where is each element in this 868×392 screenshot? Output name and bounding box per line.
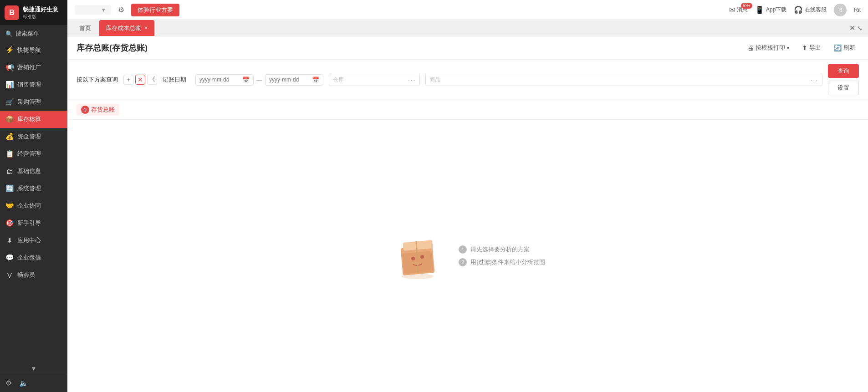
filter-bar: 按以下方案查询 ＋ ✕ 《 记账日期 📅 — 📅 仓库 [67,60,868,100]
marketing-icon: 📢 [5,63,14,71]
breadcrumb-dropdown[interactable]: ▾ [75,5,111,15]
app-center-icon: ⬇ [5,236,14,244]
enterprise-icon: 🤝 [5,202,14,210]
sidebar-item-finance[interactable]: 💰 资金管理 [0,128,67,145]
date-end-input[interactable]: 📅 [265,74,323,86]
logo-text: 畅捷通好生意 标准版 [23,6,58,20]
sidebar-item-operations[interactable]: 📋 经营管理 [0,145,67,163]
refresh-icon: 🔄 [834,44,842,51]
sub-nav-inventory-ledger[interactable]: 存 存货总账 [77,104,119,116]
header-left: ▾ ⚙ 体验行业方案 [75,4,724,16]
newbie-icon: 🎯 [5,219,14,227]
warehouse-dots-icon: ··· [408,76,416,83]
sidebar-bottom: ⚙ 🔈 [0,374,67,392]
print-icon: 🖨 [747,44,754,51]
basic-info-icon: 🗂 [5,168,14,175]
inventory-icon: 📦 [5,115,14,123]
filter-actions: ＋ ✕ 《 [123,75,157,85]
calendar-start-icon[interactable]: 📅 [242,76,250,83]
sidebar: B 畅捷通好生意 标准版 🔍 搜索菜单 ⚡ 快捷导航 📢 营销推广 📊 销售管理… [0,0,67,392]
top-header: ▾ ⚙ 体验行业方案 ✉ 消息 99+ 📱 App下载 🎧 在线客服 R [67,0,868,20]
message-icon: ✉ [729,5,735,14]
empty-state: 1 请先选择要分析的方案 2 用[过滤]条件来缩小分析范围 [67,120,868,392]
tab-close-panel-icon[interactable]: ✕ [849,24,855,32]
warehouse-select[interactable]: 仓库 ··· [329,74,420,86]
tab-inventory-cost[interactable]: 库存成本总账 ✕ [99,20,154,36]
sub-nav: 存 存货总账 [67,100,868,120]
purchase-icon: 🛒 [5,98,14,106]
settings-icon[interactable]: ⚙ [5,379,12,387]
app-download-btn[interactable]: 📱 App下载 [755,5,786,14]
tab-resize-icon[interactable]: ⤡ [857,25,863,32]
refresh-btn[interactable]: 🔄 刷新 [830,42,859,54]
search-icon: 🔍 [5,31,13,37]
empty-illustration [390,229,445,283]
tab-bar: 首页 库存成本总账 ✕ ✕ ⤡ [67,20,868,36]
logo-icon: B [5,5,19,20]
filter-collapse-btn[interactable]: 《 [147,75,157,85]
empty-tip-1: 1 请先选择要分析的方案 [459,245,545,254]
breadcrumb-text [78,6,100,14]
sidebar-item-wechat[interactable]: 💬 企业微信 [0,249,67,266]
page-header: 库存总账(存货总账) 🖨 按模板打印 ▾ ⬆ 导出 🔄 刷新 [67,36,868,60]
empty-tip-2: 2 用[过滤]条件来缩小分析范围 [459,258,545,266]
export-icon: ⬆ [802,44,807,51]
sidebar-item-sales[interactable]: 📊 销售管理 [0,76,67,93]
header-settings-btn[interactable]: ⚙ [115,4,128,16]
sidebar-nav: ⚡ 快捷导航 📢 营销推广 📊 销售管理 🛒 采购管理 📦 库存核算 💰 资金管… [0,41,67,363]
message-btn[interactable]: ✉ 消息 99+ [729,5,748,14]
search-menu[interactable]: 🔍 搜索菜单 [0,26,67,41]
operations-icon: 📋 [5,150,14,158]
filter-add-btn[interactable]: ＋ [123,75,133,85]
date-start-field[interactable] [199,76,240,83]
record-date-label: 记账日期 [163,76,190,84]
sub-nav-icon: 存 [81,106,89,114]
content-area: 库存总账(存货总账) 🖨 按模板打印 ▾ ⬆ 导出 🔄 刷新 按以下方案查询 [67,36,868,392]
chevron-down-print-icon: ▾ [787,46,789,51]
sidebar-item-marketing[interactable]: 📢 营销推广 [0,59,67,76]
print-btn[interactable]: 🖨 按模板打印 ▾ [744,42,793,54]
finance-icon: 💰 [5,132,14,141]
goods-select[interactable]: 商品 ··· [425,74,822,86]
date-range: 📅 — 📅 [195,74,323,86]
avatar[interactable]: R [834,4,847,16]
sidebar-item-member[interactable]: V 畅会员 [0,266,67,284]
app-logo: B 畅捷通好生意 标准版 [0,0,67,26]
calendar-end-icon[interactable]: 📅 [312,76,319,83]
sales-icon: 📊 [5,81,14,89]
scroll-down-btn[interactable]: ▼ [0,363,67,374]
page-title: 库存总账(存货总账) [77,42,148,53]
sidebar-item-app-center[interactable]: ⬇ 应用中心 [0,232,67,249]
filter-clear-btn[interactable]: ✕ [135,75,145,85]
sound-icon[interactable]: 🔈 [19,379,28,387]
system-icon: 🔄 [5,184,14,193]
tab-home[interactable]: 首页 [73,20,97,36]
warehouse-label: 仓库 [333,76,344,84]
empty-box-svg [390,229,445,283]
sidebar-item-basic-info[interactable]: 🗂 基础信息 [0,163,67,180]
sidebar-item-quick-nav[interactable]: ⚡ 快捷导航 [0,41,67,59]
export-btn[interactable]: ⬆ 导出 [798,42,825,54]
page-actions: 🖨 按模板打印 ▾ ⬆ 导出 🔄 刷新 [744,42,859,54]
date-end-field[interactable] [269,76,310,83]
sidebar-item-newbie[interactable]: 🎯 新手引导 [0,214,67,232]
user-name[interactable]: Rit [854,7,861,13]
header-right: ✉ 消息 99+ 📱 App下载 🎧 在线客服 R Rit [729,4,861,16]
goods-label: 商品 [429,76,440,84]
chevron-down-icon: ▾ [102,6,105,13]
tip-number-1: 1 [459,245,467,254]
filter-label: 按以下方案查询 [77,76,118,84]
online-support-btn[interactable]: 🎧 在线客服 [794,5,827,14]
filter-right-actions: 查询 设置 [828,64,859,95]
query-btn[interactable]: 查询 [828,64,859,78]
sidebar-item-inventory[interactable]: 📦 库存核算 [0,111,67,128]
sidebar-item-system[interactable]: 🔄 系统管理 [0,180,67,197]
goods-dots-icon: ··· [811,76,818,83]
industry-solution-btn[interactable]: 体验行业方案 [131,4,179,16]
sidebar-item-enterprise[interactable]: 🤝 企业协同 [0,197,67,214]
settings-set-btn[interactable]: 设置 [828,81,859,95]
tab-close-icon[interactable]: ✕ [144,25,148,31]
gear-icon: ⚙ [118,5,124,14]
sidebar-item-purchase[interactable]: 🛒 采购管理 [0,93,67,111]
date-start-input[interactable]: 📅 [195,74,254,86]
